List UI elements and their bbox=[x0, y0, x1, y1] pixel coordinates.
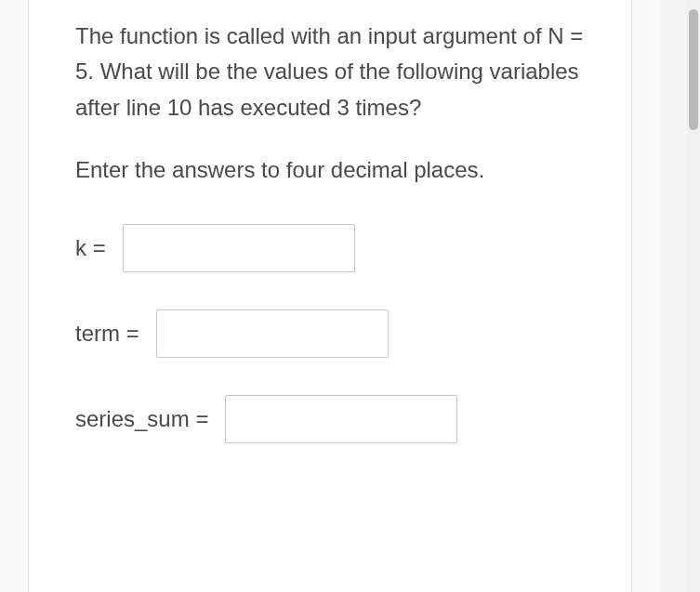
page-container: The function is called with an input arg… bbox=[0, 0, 660, 592]
scrollbar-thumb[interactable] bbox=[689, 9, 698, 130]
label-k: k = bbox=[75, 235, 106, 261]
input-k[interactable] bbox=[123, 224, 355, 272]
input-row-term: term = bbox=[75, 309, 585, 358]
question-card: The function is called with an input arg… bbox=[28, 0, 632, 592]
line10-reference: line 10 bbox=[126, 95, 192, 120]
instruction-text: Enter the answers to four decimal places… bbox=[75, 153, 585, 187]
question-text-part2: has executed 3 times? bbox=[192, 95, 421, 120]
input-row-series-sum: series_sum = bbox=[75, 395, 585, 443]
label-series-sum: series_sum = bbox=[75, 406, 208, 432]
input-term[interactable] bbox=[156, 309, 389, 358]
input-series-sum[interactable] bbox=[225, 395, 457, 443]
scrollbar-track[interactable] bbox=[687, 0, 700, 592]
question-paragraph: The function is called with an input arg… bbox=[75, 19, 585, 125]
label-term: term = bbox=[75, 321, 139, 347]
input-row-k: k = bbox=[75, 224, 585, 272]
